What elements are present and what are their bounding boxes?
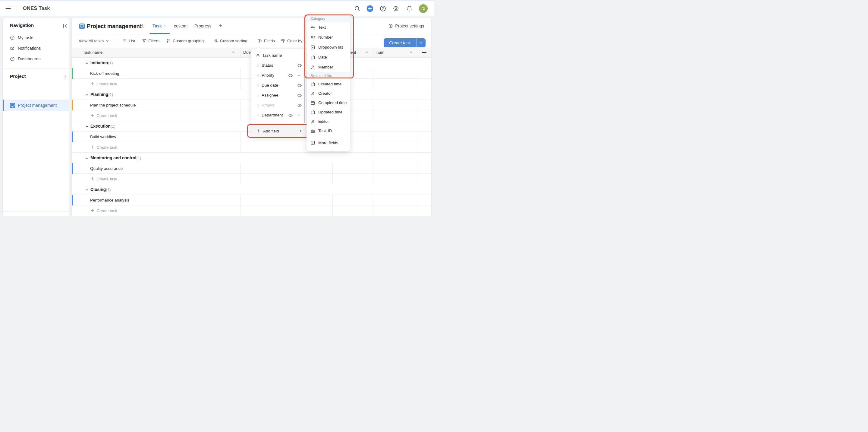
member-field-icon [310,65,315,70]
more-icon[interactable] [298,113,302,117]
toolbar-custom-grouping[interactable]: Custom grouping [166,34,204,48]
add-view-tab[interactable] [218,24,223,28]
submenu-item-completed-time[interactable]: Completed time [307,98,350,107]
column-header-task-name[interactable]: Task name [83,50,102,55]
sidebar-item-dashboards[interactable]: Dashboards [3,53,69,64]
fields-menu-item-project[interactable]: Project [251,100,306,110]
search-icon[interactable] [354,5,361,12]
column-caret-icon[interactable] [365,52,368,53]
eye-icon[interactable] [288,123,293,125]
fields-menu-item-assignee[interactable]: Assignee [251,90,306,100]
toolbar-fields[interactable]: Fields [258,34,275,48]
eye-icon[interactable] [297,93,302,98]
drag-handle-icon[interactable] [256,103,259,107]
chevron-down-icon[interactable] [85,125,89,128]
plus-icon [90,177,94,181]
create-task-row[interactable]: Create task [72,142,431,153]
toolbar-divider [117,38,117,44]
drag-handle-icon[interactable] [256,93,259,97]
eye-icon[interactable] [297,83,302,88]
task-name[interactable]: Performance analysis [90,198,129,202]
drag-handle-icon[interactable] [256,73,259,78]
topbar: ONES Task ? Di [0,1,434,16]
fields-menu-item-num[interactable]: num [251,120,306,125]
task-name[interactable]: Quality assurance [90,166,123,171]
group-row[interactable]: Closing(1) [72,184,431,195]
fields-menu-item-status[interactable]: Status [251,60,306,70]
scrollbar-thumb[interactable] [304,52,305,123]
task-row[interactable]: Quality assurance [72,163,431,174]
column-header-num[interactable]: num [376,50,384,55]
drag-handle-icon[interactable] [256,113,259,117]
submenu-item-more-fields[interactable]: More fields [307,138,350,148]
eye-icon[interactable] [297,63,302,68]
sidebar-item-project-management[interactable]: Project management [3,99,69,111]
task-name[interactable]: Kick-off meeting [90,71,119,76]
more-icon[interactable] [298,73,302,78]
help-icon[interactable]: ? [380,5,386,12]
task-name[interactable]: Build workflow [90,135,116,139]
fields-menu-item-due-date[interactable]: Due date [251,80,306,90]
create-plus-icon[interactable] [367,5,373,12]
tab-custom[interactable]: custom [174,24,187,28]
add-field-item[interactable]: Add field [251,125,306,137]
view-selector-label: View:All tasks [79,39,104,43]
collapse-left-icon[interactable] [62,23,68,29]
tab-task[interactable]: Task [153,24,166,28]
chevron-down-icon[interactable] [85,156,89,160]
chevron-down-icon [105,39,109,43]
fields-menu-item-label: Due date [261,83,297,87]
toolbar-custom-sorting[interactable]: Custom sorting [214,34,247,48]
add-column-icon[interactable] [421,49,427,56]
submenu-item-task-id[interactable]: Aa Task ID [307,126,350,136]
column-caret-icon[interactable] [410,52,412,53]
menu-icon[interactable] [5,5,11,11]
fields-menu-item-task-name[interactable]: Task name [251,50,306,60]
create-task-dropdown-icon[interactable] [416,41,426,45]
chevron-down-icon[interactable] [85,93,89,96]
column-caret-icon[interactable] [232,52,235,53]
info-icon[interactable] [140,24,145,29]
sidebar-item-my-tasks[interactable]: My tasks [3,32,69,43]
group-row[interactable]: Monitoring and control(1) [72,153,431,163]
eye-off-icon[interactable] [297,103,302,108]
chevron-down-icon[interactable] [85,61,89,65]
submenu-item-created-time[interactable]: Created time [307,79,350,89]
sidebar-item-notifications[interactable]: Notifications [3,43,69,53]
project-settings-button[interactable]: Project settings [388,24,424,28]
chevron-down-icon[interactable] [85,188,89,192]
eye-icon[interactable] [288,113,293,118]
notifications-icon[interactable] [406,5,412,12]
tab-progress[interactable]: Progress [194,24,211,28]
add-project-icon[interactable] [62,74,68,80]
drag-handle-icon[interactable] [256,83,259,87]
submenu-item-updated-time[interactable]: Updated time [307,107,350,117]
eye-icon[interactable] [288,73,293,78]
date-field-icon [310,82,315,87]
toolbar-item-label: Custom sorting [220,39,247,43]
view-selector[interactable]: View:All tasks [79,34,109,48]
status-color-bar [72,68,73,79]
submenu-item-text[interactable]: Aa Text [307,22,350,32]
more-icon[interactable] [298,123,302,125]
chevron-right-icon [299,129,303,133]
task-name[interactable]: Plan the project schedule [90,103,136,107]
submenu-item-editor[interactable]: Editor [307,117,350,126]
settings-icon[interactable] [393,5,399,12]
toolbar-color-by-t[interactable]: Color by t [281,34,305,48]
create-task-row[interactable]: Create task [72,205,431,216]
submenu-item-creator[interactable]: Creator [307,89,350,98]
fields-menu-item-priority[interactable]: Priority [251,70,306,80]
fields-menu-item-department[interactable]: Department [251,110,306,120]
task-row[interactable]: Performance analysis [72,195,431,205]
toolbar-list[interactable]: List [122,34,135,48]
create-task-row[interactable]: Create task [72,174,431,184]
create-task-button[interactable]: Create task [384,38,426,47]
toolbar-filters[interactable]: Filters [142,34,159,48]
submenu-item-member[interactable]: Member [307,62,350,72]
submenu-item-dropdown-list[interactable]: Dropdown list [307,42,350,52]
submenu-item-number[interactable]: 123 Number [307,32,350,42]
submenu-item-date[interactable]: Date [307,52,350,62]
drag-handle-icon[interactable] [256,63,259,67]
avatar[interactable]: Di [419,4,428,13]
